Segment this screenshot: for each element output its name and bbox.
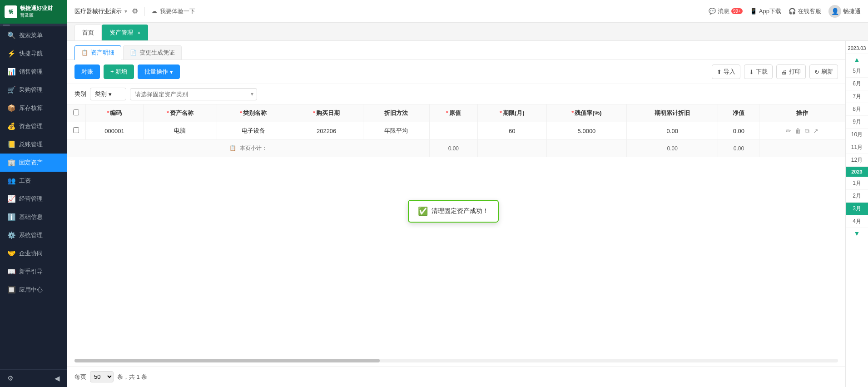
row-name: 电脑 bbox=[144, 122, 217, 140]
sidebar-item-fixed-assets[interactable]: 🏢 固定资产 bbox=[0, 154, 67, 172]
print-icon: 🖨 bbox=[781, 69, 787, 75]
category-search-input[interactable] bbox=[130, 88, 257, 100]
tab-close-icon[interactable]: × bbox=[138, 30, 140, 35]
month-2[interactable]: 2月 bbox=[846, 190, 868, 203]
sidebar-item-funds-label: 资金管理 bbox=[19, 122, 43, 130]
refresh-button[interactable]: ↻ 刷新 bbox=[809, 64, 838, 79]
right-panel-year: 2023.03 bbox=[846, 43, 868, 54]
sidebar-nav: 🔍 搜索菜单 ⚡ 快捷导航 📊 销售管理 🛒 采购管理 📦 库存核算 💰 资金管… bbox=[0, 26, 67, 369]
settings-icon[interactable]: ⚙ bbox=[7, 374, 13, 382]
messages-badge: 99+ bbox=[731, 8, 743, 14]
sidebar-item-purchase[interactable]: 🛒 采购管理 bbox=[0, 81, 67, 99]
panel-down-arrow-icon[interactable]: ▼ bbox=[854, 230, 860, 237]
col-net-value: 净值 bbox=[718, 104, 759, 122]
more-icon[interactable]: ↗ bbox=[813, 127, 818, 134]
sales-icon: 📊 bbox=[7, 68, 15, 76]
settings-gear-icon[interactable]: ⚙ bbox=[132, 7, 138, 15]
row-depreciation-method: 年限平均 bbox=[363, 122, 429, 140]
edit-icon[interactable]: ✏ bbox=[786, 127, 791, 134]
reconcile-button[interactable]: 对账 bbox=[74, 64, 100, 79]
year-2023[interactable]: 2023 bbox=[846, 167, 868, 177]
col-name: 资产名称 bbox=[144, 104, 217, 122]
sidebar-item-ledger[interactable]: 📒 总账管理 bbox=[0, 135, 67, 154]
scrollbar-area bbox=[67, 355, 845, 366]
category-filter-label: 类别 bbox=[74, 90, 86, 98]
download-button[interactable]: ⬇ 下载 bbox=[744, 64, 773, 79]
month-1[interactable]: 1月 bbox=[846, 177, 868, 190]
user-profile[interactable]: 👤 畅捷通 bbox=[828, 5, 861, 18]
month-7[interactable]: 7月 bbox=[846, 90, 868, 103]
sidebar-item-guide[interactable]: 📖 新手引导 bbox=[0, 263, 67, 281]
batch-button[interactable]: 批量操作 ▾ bbox=[138, 64, 180, 79]
sidebar-item-funds[interactable]: 💰 资金管理 bbox=[0, 117, 67, 135]
month-6[interactable]: 6月 bbox=[846, 78, 868, 90]
sidebar-item-operations[interactable]: 📈 经营管理 bbox=[0, 190, 67, 208]
messages-label: 消息 bbox=[718, 7, 729, 15]
sidebar-item-sales-label: 销售管理 bbox=[19, 68, 43, 76]
print-button[interactable]: 🖨 打印 bbox=[776, 64, 806, 79]
messages-btn[interactable]: 💬 消息 99+ bbox=[709, 7, 743, 15]
right-panel-year-label: 2023.03 bbox=[848, 45, 866, 51]
toast-message: 清理固定资产成功！ bbox=[432, 207, 489, 215]
refresh-label: 刷新 bbox=[821, 68, 833, 76]
import-button[interactable]: ⬆ 导入 bbox=[712, 64, 740, 79]
table-wrap: 编码 资产名称 类别名称 购买日期 折旧方法 原值 期限(月) 残值率(%) 期… bbox=[67, 104, 845, 355]
month-11[interactable]: 11月 bbox=[846, 141, 868, 154]
app-logo: 畅 bbox=[5, 5, 17, 18]
month-3-current[interactable]: 3月 bbox=[846, 203, 868, 215]
sidebar-item-purchase-label: 采购管理 bbox=[19, 86, 43, 94]
subtab-change-voucher[interactable]: 📄 变更生成凭证 bbox=[123, 45, 182, 60]
select-all-checkbox[interactable] bbox=[73, 109, 79, 115]
import-icon: ⬆ bbox=[717, 69, 722, 75]
online-service-btn[interactable]: 🎧 在线客服 bbox=[789, 7, 821, 15]
tab-asset-management[interactable]: 资产管理 × bbox=[102, 25, 148, 40]
subtotal-original: 0.00 bbox=[429, 140, 477, 157]
row-checkbox[interactable] bbox=[73, 127, 79, 133]
subtotal-initial-accum: 0.00 bbox=[627, 140, 718, 157]
month-10[interactable]: 10月 bbox=[846, 129, 868, 141]
month-5[interactable]: 5月 bbox=[846, 65, 868, 78]
row-period: 60 bbox=[477, 122, 546, 140]
subtab-change-voucher-icon: 📄 bbox=[130, 50, 137, 56]
sidebar-item-system[interactable]: ⚙️ 系统管理 bbox=[0, 226, 67, 244]
tab-home[interactable]: 首页 bbox=[74, 25, 102, 40]
subtotal-label: 本页小计： bbox=[240, 145, 267, 151]
row-original-value bbox=[429, 122, 477, 140]
sidebar-item-search[interactable]: 🔍 搜索菜单 bbox=[0, 26, 67, 45]
sidebar-item-enterprise[interactable]: 🤝 企业协同 bbox=[0, 244, 67, 263]
sidebar-item-payroll[interactable]: 👥 工资 bbox=[0, 172, 67, 190]
month-9[interactable]: 9月 bbox=[846, 116, 868, 129]
subtotal-icon: 📋 bbox=[229, 145, 236, 151]
sidebar-item-inventory[interactable]: 📦 库存核算 bbox=[0, 99, 67, 117]
category-filter-select[interactable]: 类别 ▾ bbox=[90, 88, 126, 100]
app-download-btn[interactable]: 📱 App下载 bbox=[750, 7, 781, 15]
app-title-group: 畅捷通好业财 普及版 bbox=[20, 5, 53, 19]
subtab-asset-detail[interactable]: 📋 资产明细 bbox=[74, 45, 121, 60]
per-page-select[interactable]: 50 100 bbox=[90, 371, 114, 382]
row-code: 000001 bbox=[85, 122, 144, 140]
panel-up-arrow-icon[interactable]: ▲ bbox=[854, 56, 860, 63]
sidebar-item-apps[interactable]: 🔲 应用中心 bbox=[0, 281, 67, 299]
table-row: 000001 电脑 电子设备 202206 年限平均 60 5.0000 0.0… bbox=[67, 122, 845, 140]
experience-btn[interactable]: ☁ 我要体验一下 bbox=[151, 7, 195, 15]
new-label: + 新增 bbox=[110, 68, 127, 76]
subtotal-row: 📋 本页小计： 0.00 0.00 0.00 bbox=[67, 140, 845, 157]
month-12[interactable]: 12月 bbox=[846, 154, 868, 167]
sidebar-item-operations-label: 经营管理 bbox=[19, 195, 43, 203]
sidebar-item-basic-info[interactable]: ℹ️ 基础信息 bbox=[0, 208, 67, 226]
col-original-value: 原值 bbox=[429, 104, 477, 122]
new-button[interactable]: + 新增 bbox=[104, 64, 134, 79]
messages-icon: 💬 bbox=[709, 8, 716, 15]
sidebar-item-quicknav[interactable]: ⚡ 快捷导航 bbox=[0, 45, 67, 63]
tabbar: 首页 资产管理 × bbox=[67, 23, 868, 41]
funds-icon: 💰 bbox=[7, 122, 15, 130]
month-4[interactable]: 4月 bbox=[846, 215, 868, 228]
sidebar-item-enterprise-label: 企业协同 bbox=[19, 249, 43, 258]
copy-icon[interactable]: ⧉ bbox=[805, 127, 809, 135]
horizontal-scrollbar[interactable] bbox=[74, 359, 838, 362]
sidebar-item-sales[interactable]: 📊 销售管理 bbox=[0, 63, 67, 81]
search-icon: 🔍 bbox=[7, 31, 15, 40]
collapse-icon[interactable]: ◀ bbox=[55, 374, 60, 382]
delete-icon[interactable]: 🗑 bbox=[795, 127, 801, 134]
month-8[interactable]: 8月 bbox=[846, 103, 868, 116]
